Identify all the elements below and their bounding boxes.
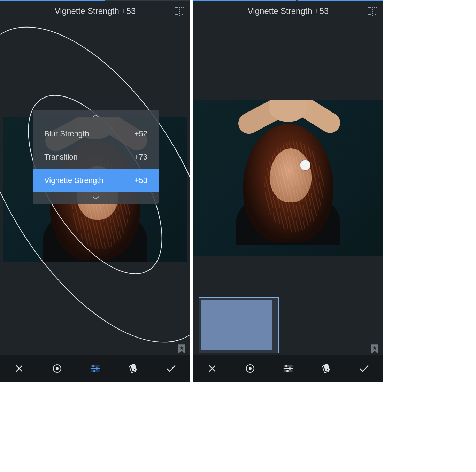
svg-point-28 <box>289 367 291 370</box>
svg-point-14 <box>93 370 95 372</box>
edited-photo <box>193 100 383 256</box>
header-title: Vignette Strength +53 <box>193 6 383 16</box>
adjustment-label: Vignette Strength <box>44 176 103 185</box>
svg-point-12 <box>96 367 98 370</box>
header: Vignette Strength +53 <box>193 1 383 21</box>
header: Vignette Strength +53 <box>0 1 190 21</box>
chevron-up-icon[interactable] <box>33 110 159 122</box>
star-bookmark-icon[interactable] <box>370 343 379 354</box>
adjustment-value: +52 <box>135 129 147 138</box>
focus-shape-button[interactable] <box>243 361 258 376</box>
sliders-button[interactable] <box>281 361 296 376</box>
svg-rect-16 <box>131 364 137 372</box>
adjustments-panel[interactable]: Blur Strength +52 Transition +73 Vignett… <box>33 110 159 204</box>
svg-rect-2 <box>181 8 184 15</box>
svg-point-24 <box>249 367 252 370</box>
adjustment-value: +73 <box>135 153 147 162</box>
styles-button[interactable] <box>125 361 141 376</box>
adjustment-row-blur-strength[interactable]: Blur Strength +52 <box>33 122 159 145</box>
style-thumbnail-preview <box>201 300 272 350</box>
image-canvas[interactable] <box>193 100 383 256</box>
header-title: Vignette Strength +53 <box>0 6 190 16</box>
style-thumbnail-selected[interactable] <box>199 297 279 353</box>
close-button[interactable] <box>205 361 220 376</box>
svg-point-8 <box>56 367 59 370</box>
chevron-down-icon[interactable] <box>33 192 159 204</box>
star-bookmark-icon[interactable] <box>177 343 186 354</box>
phone-right: Vignette Strength +53 <box>193 0 383 382</box>
svg-point-30 <box>286 370 289 372</box>
bottom-toolbar <box>193 355 383 382</box>
compare-icon[interactable] <box>174 5 185 17</box>
compare-icon[interactable] <box>367 5 378 17</box>
svg-rect-0 <box>175 8 178 15</box>
adjustment-label: Blur Strength <box>44 129 89 138</box>
sliders-button[interactable] <box>87 361 103 376</box>
svg-rect-20 <box>374 8 377 15</box>
confirm-button[interactable] <box>163 361 179 376</box>
adjustment-row-vignette-strength[interactable]: Vignette Strength +53 <box>33 169 159 192</box>
svg-point-10 <box>92 365 94 367</box>
phone-left: Vignette Strength +53 <box>0 0 190 382</box>
adjustment-value: +53 <box>135 176 147 185</box>
styles-strip[interactable] <box>199 297 383 354</box>
svg-rect-18 <box>368 8 371 15</box>
adjustment-label: Transition <box>44 153 78 162</box>
confirm-button[interactable] <box>356 361 372 376</box>
svg-point-26 <box>285 365 287 367</box>
focus-center-handle[interactable] <box>300 160 310 170</box>
bottom-toolbar <box>0 355 190 382</box>
focus-shape-button[interactable] <box>49 361 65 376</box>
svg-rect-32 <box>324 364 330 372</box>
adjustment-row-transition[interactable]: Transition +73 <box>33 145 159 169</box>
close-button[interactable] <box>11 361 27 376</box>
styles-button[interactable] <box>318 361 334 376</box>
